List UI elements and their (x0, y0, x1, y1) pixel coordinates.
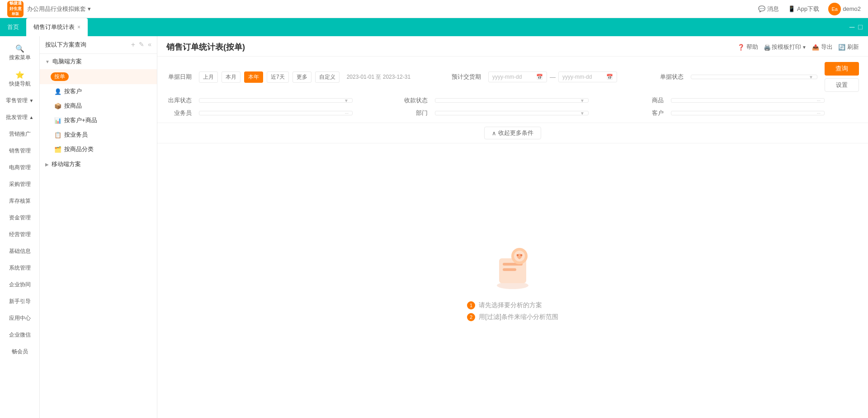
right-panel: 销售订单统计表(按单) ❓ 帮助 🖨️ 按模板打印 ▼ 📤 导出 (157, 36, 868, 418)
expected-date-end[interactable]: yyyy-mm-dd 📅 (558, 71, 617, 82)
scheme-item-按商品分类[interactable]: 🗂️ 按商品分类 (40, 142, 157, 157)
sidebar-item-newbie[interactable]: 新手引导 (0, 293, 39, 310)
sidebar-item-operations[interactable]: 经营管理 (0, 226, 39, 243)
export-button[interactable]: 📤 导出 (812, 43, 833, 51)
sidebar-item-wholesale[interactable]: 批发管理 ▲ (0, 109, 39, 126)
sidebar-label-operations: 经营管理 (9, 231, 31, 238)
scheme-icon-商品分类: 🗂️ (54, 146, 61, 153)
filter-row-3: 业务员 ··· 部门 ▼ 客户 ··· (166, 109, 859, 117)
7days-btn[interactable]: 近7天 (267, 71, 289, 83)
sidebar-label-inventory: 库存核算 (9, 197, 31, 205)
export-icon: 📤 (812, 44, 819, 51)
scheme-item-按客户商品[interactable]: 📊 按客户+商品 (40, 113, 157, 128)
message-label: 消息 (767, 5, 779, 13)
tab-minimize-icon[interactable]: ─ (849, 23, 854, 31)
scheme-item-按客户[interactable]: 👤 按客户 (40, 84, 157, 99)
goods-label: 商品 (638, 96, 664, 104)
print-button[interactable]: 🖨️ 按模板打印 ▼ (764, 43, 807, 51)
empty-steps: 1 请先选择要分析的方案 2 用[过滤]条件来缩小分析范围 (467, 301, 558, 321)
setup-button[interactable]: 设置 (825, 78, 859, 92)
custom-btn[interactable]: 自定义 (315, 71, 340, 83)
collapse-panel-button[interactable]: « (148, 41, 151, 49)
sidebar-item-ecommerce[interactable]: 电商管理 (0, 159, 39, 176)
scheme-item-按单[interactable]: 按单 (40, 69, 157, 84)
sidebar-label-wechat: 企业微信 (9, 331, 31, 339)
wholesale-arrow-icon: ▲ (29, 115, 34, 120)
last-month-btn[interactable]: 上月 (199, 71, 218, 83)
scheme-icon-客户: 👤 (54, 88, 61, 95)
add-scheme-button[interactable]: + (131, 41, 135, 49)
refresh-button[interactable]: 🔄 刷新 (838, 43, 859, 51)
sidebar-item-basic[interactable]: 基础信息 (0, 243, 39, 260)
sidebar-item-inventory[interactable]: 库存核算 (0, 193, 39, 209)
print-label: 按模板打印 (772, 43, 801, 51)
help-button[interactable]: ❓ 帮助 (737, 43, 758, 51)
sidebar-label-appcenter: 应用中心 (9, 314, 31, 322)
tab-sales-stats[interactable]: 销售订单统计表 × (26, 18, 88, 36)
app-selector[interactable]: 办公用品行业模拟账套 ▾ (27, 5, 91, 13)
sidebar-item-purchase[interactable]: 采购管理 (0, 176, 39, 193)
customer-select[interactable]: ··· (671, 111, 825, 115)
help-icon: ❓ (737, 44, 745, 51)
sidebar-item-member[interactable]: 畅会员 (0, 343, 39, 360)
sidebar-item-search[interactable]: 🔍 搜索菜单 (0, 40, 39, 66)
app-download-button[interactable]: 📱 App下载 (788, 5, 819, 13)
sidebar-item-finance[interactable]: 资金管理 (0, 209, 39, 226)
mobile-group-label: 移动端方案 (52, 160, 81, 168)
mobile-group[interactable]: ▶ 移动端方案 (40, 157, 157, 172)
calendar-icon-end: 📅 (606, 74, 613, 80)
sidebar-item-sales[interactable]: 销售管理 (0, 142, 39, 159)
sidebar: 🔍 搜索菜单 ⭐ 快捷导航 零售管理 ▼ 批发管理 ▲ 营销推广 销售管理 电商… (0, 36, 40, 418)
sidebar-item-marketing[interactable]: 营销推广 (0, 126, 39, 142)
left-panel: 按以下方案查询 + ✎ « ▼ 电脑端方案 按单 👤 按客户 (40, 36, 157, 418)
left-panel-actions: + ✎ « (131, 41, 151, 49)
message-button[interactable]: 💬 消息 (758, 5, 779, 13)
calendar-icon-start: 📅 (536, 74, 543, 80)
dept-select[interactable]: ▼ (435, 111, 589, 115)
scheme-label-按商品: 按商品 (64, 102, 82, 110)
staff-select[interactable]: ··· (199, 111, 353, 115)
user-name: demo2 (843, 5, 861, 12)
collapse-btn[interactable]: ∧ 收起更多条件 (484, 127, 541, 139)
empty-step-1: 1 请先选择要分析的方案 (467, 301, 558, 309)
user-profile[interactable]: Ea demo2 (828, 3, 861, 15)
more-btn[interactable]: 更多 (292, 71, 311, 83)
edit-scheme-button[interactable]: ✎ (139, 41, 144, 49)
logo-text: 畅捷通好生意标版 (9, 1, 22, 17)
sidebar-item-appcenter[interactable]: 应用中心 (0, 310, 39, 327)
goods-ellipsis-icon: ··· (817, 98, 821, 103)
query-button[interactable]: 查询 (825, 62, 859, 76)
goods-select[interactable]: ··· (671, 98, 825, 103)
sidebar-item-quicknav[interactable]: ⭐ 快捷导航 (0, 66, 39, 92)
scheme-label-按客户: 按客户 (64, 87, 82, 95)
sidebar-item-enterprise[interactable]: 企业协同 (0, 276, 39, 293)
sidebar-label-member: 畅会员 (12, 348, 28, 356)
pc-group[interactable]: ▼ 电脑端方案 (40, 54, 157, 69)
sidebar-item-retail[interactable]: 零售管理 ▼ (0, 92, 39, 109)
receipt-chevron-icon: ▼ (580, 98, 585, 103)
tab-home-label: 首页 (7, 23, 19, 31)
expected-date-start[interactable]: yyyy-mm-dd 📅 (488, 71, 547, 82)
this-month-btn[interactable]: 本月 (222, 71, 241, 83)
filter-actions: 查询 设置 (825, 62, 859, 92)
scheme-icon-业务员: 📋 (54, 132, 61, 138)
sidebar-item-wechat[interactable]: 企业微信 (0, 327, 39, 343)
scheme-item-按业务员[interactable]: 📋 按业务员 (40, 128, 157, 142)
tab-close-icon[interactable]: × (77, 24, 80, 30)
scheme-item-按商品[interactable]: 📦 按商品 (40, 99, 157, 113)
sidebar-item-system[interactable]: 系统管理 (0, 260, 39, 276)
tab-home[interactable]: 首页 (0, 18, 26, 36)
receipt-select[interactable]: ▼ (435, 98, 589, 103)
scheme-label-按业务员: 按业务员 (64, 131, 88, 139)
tab-maximize-icon[interactable]: □ (858, 23, 863, 31)
status-select[interactable]: ▼ (691, 75, 817, 79)
delivery-select[interactable]: ▼ (199, 98, 353, 103)
refresh-icon: 🔄 (838, 44, 845, 51)
help-label: 帮助 (746, 43, 758, 51)
this-year-btn[interactable]: 本年 (244, 71, 263, 83)
sidebar-label-quicknav: 快捷导航 (9, 80, 31, 88)
expected-date-input-wrap: yyyy-mm-dd 📅 — yyyy-mm-dd 📅 (488, 71, 617, 82)
app-name: 办公用品行业模拟账套 (27, 5, 86, 13)
scheme-icon-客户商品: 📊 (54, 117, 61, 124)
sidebar-label-marketing: 营销推广 (9, 130, 31, 138)
